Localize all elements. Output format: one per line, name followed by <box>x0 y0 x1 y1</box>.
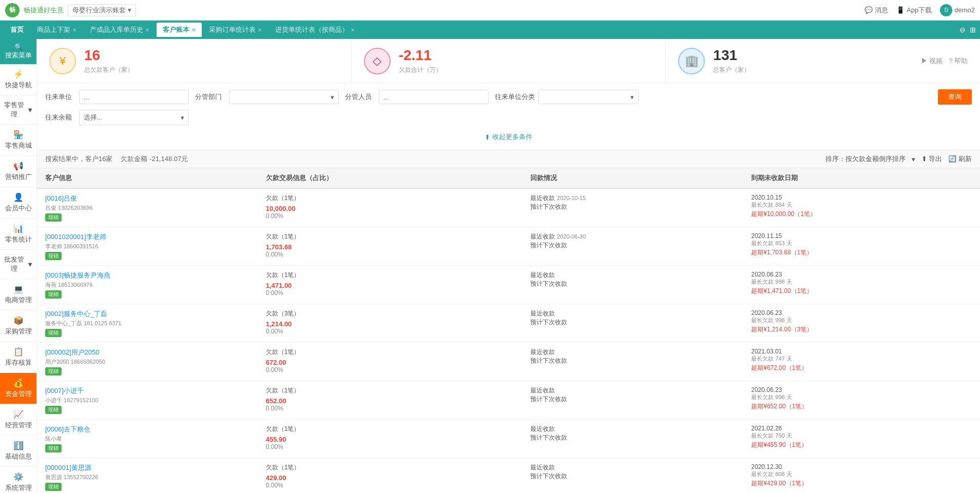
filter-dept-dropdown[interactable]: ▾ <box>229 90 339 104</box>
customer-name-link[interactable]: [0016]吕俊 <box>45 194 77 202</box>
sidebar-item-business-mgmt[interactable]: 📈 经营管理 <box>0 404 36 436</box>
debt-cell: 欠款（1笔） 652.00 0.00% <box>266 386 531 412</box>
sidebar-item-inventory[interactable]: 📋 库存核算 <box>0 342 36 373</box>
help-btn[interactable]: ? 帮助 <box>949 56 968 66</box>
help-icon: ? <box>949 57 952 65</box>
refresh-btn[interactable]: 🔄 刷新 <box>948 154 972 164</box>
customer-name-link[interactable]: [0003]畅捷服务尹海燕 <box>45 271 110 279</box>
tab-maximize-icon[interactable]: ⊞ <box>970 26 976 34</box>
collection-next: 预计下次收款 <box>530 318 751 327</box>
overdue-link[interactable]: 超期¥429.00（1笔） <box>751 480 808 487</box>
tab-purchase-stats[interactable]: 采购订单统计表 ✕ <box>203 23 268 37</box>
last-payment-date: 2020-10-15 <box>557 195 586 201</box>
overdue-link[interactable]: 超期¥672.00（1笔） <box>751 364 808 371</box>
overdue-link[interactable]: 超期¥10,000.00（1笔） <box>751 210 816 218</box>
video-btn[interactable]: ▶ 视频 <box>921 56 943 66</box>
tab-close-3[interactable]: ✕ <box>191 27 196 33</box>
filter-manager-input[interactable]: ... <box>379 90 489 104</box>
tab-close-5[interactable]: ✕ <box>351 27 355 33</box>
customer-info-cell: [0001020001]李老师 李老师 18600391516 现销 <box>45 232 266 260</box>
collection-next: 预计下次收款 <box>530 241 751 250</box>
tab-customer-account[interactable]: 客户账本 ✕ <box>157 23 202 37</box>
filter-balance-label: 往来余额 <box>45 113 76 122</box>
sidebar-item-member-center[interactable]: 👤 会员中心 <box>0 187 36 219</box>
customer-info-cell: [0007]小进千 小进千 18279152100 现销 <box>45 386 266 414</box>
overdue-link[interactable]: 超期¥652.00（1笔） <box>751 403 808 410</box>
collection-next: 预计下次收款 <box>530 357 751 365</box>
sidebar-item-retail-mgmt[interactable]: 零售管理 ▼ <box>0 95 36 125</box>
debt-cell: 欠款（1笔） 1,471.00 0.00% <box>266 271 531 297</box>
sidebar: 🔍 搜索菜单 ⚡ 快捷导航 零售管理 ▼ 🏪 零售商城 📢 营销推广 👤 会员中… <box>0 39 37 493</box>
stat-card-debt-total: ◇ -2.11 欠款合计（万） <box>352 39 666 83</box>
quick-nav-icon: ⚡ <box>13 69 24 79</box>
stat-card-total-customers: 🏢 131 总客户（家） ▶ 视频 ? 帮助 <box>666 39 980 83</box>
app-download-btn[interactable]: 📱 App下载 <box>896 6 932 15</box>
tab-stock-history[interactable]: 产成品入库单历史 ✕ <box>84 23 156 37</box>
customer-name-link[interactable]: [0006]去下粮仓 <box>45 425 90 433</box>
export-btn[interactable]: ⬆ 导出 <box>921 154 943 164</box>
customer-name-link[interactable]: [0001020001]李老师 <box>45 233 106 241</box>
top-right-area: 💬 消息 📱 App下载 D demo2 <box>864 4 975 16</box>
business-icon: 📈 <box>13 409 24 419</box>
content-area: ¥ 16 总欠款客户（家） ◇ -2.11 欠款合计（万） 🏢 131 总客户（… <box>37 39 980 493</box>
collapse-icon: ⬆ <box>485 133 490 141</box>
tab-close-4[interactable]: ✕ <box>258 27 262 33</box>
username: demo2 <box>954 6 975 14</box>
data-table: 客户信息 欠款交易信息（占比） 回款情况 到期未收款日期 [0016]吕俊 吕俊… <box>37 168 980 493</box>
overdue-link[interactable]: 超期¥1,703.68（1笔） <box>751 249 813 256</box>
sidebar-item-finance[interactable]: 💰 资金管理 <box>0 373 36 404</box>
overdue-link[interactable]: 超期¥1,214.00（3笔） <box>751 326 813 333</box>
filter-source-unit-input[interactable]: ... <box>79 90 189 104</box>
customer-name-link[interactable]: [0002]服务中心_丁磊 <box>45 310 107 318</box>
message-btn[interactable]: 💬 消息 <box>864 6 888 15</box>
tab-home[interactable]: 首页 <box>4 23 30 37</box>
tab-close-1[interactable]: ✕ <box>72 27 76 33</box>
debt-percent: 0.00% <box>266 251 531 258</box>
tab-product-listing[interactable]: 商品上下架 ✕ <box>31 23 83 37</box>
collapse-btn[interactable]: ⬆ 收起更多条件 <box>483 130 534 144</box>
sidebar-search[interactable]: 🔍 搜索菜单 <box>0 39 36 64</box>
customer-name-link[interactable]: [000002]用户2050 <box>45 348 100 356</box>
sidebar-item-purchase-mgmt[interactable]: 📦 采购管理 <box>0 310 36 342</box>
customer-id: [0006]去下粮仓 <box>45 425 266 434</box>
tab-purchase-product-stats[interactable]: 进货单统计表（按商品） ✕ <box>269 23 361 37</box>
sidebar-item-retail-stats[interactable]: 📊 零售统计 <box>0 219 36 250</box>
debt-amount: 672.00 <box>266 359 531 366</box>
debt-count: 欠款（1笔） <box>266 386 531 395</box>
sidebar-item-basic-info[interactable]: ℹ️ 基础信息 <box>0 436 36 467</box>
customer-tag: 现销 <box>45 444 62 452</box>
customer-phone: 陈小希 <box>45 435 266 443</box>
sidebar-item-retail-mall[interactable]: 🏪 零售商城 <box>0 125 36 156</box>
sidebar-item-quick-nav[interactable]: ⚡ 快捷导航 <box>0 64 36 95</box>
tab-minimize-icon[interactable]: ⊖ <box>959 26 966 34</box>
overdue-days: 最长欠款 884 天 <box>751 201 972 209</box>
collection-last: 最近收款 <box>530 463 751 472</box>
stat-debt-value: -2.11 <box>399 47 442 64</box>
table-row: [0001020001]李老师 李老师 18600391516 现销 欠款（1笔… <box>37 227 980 266</box>
tab-close-2[interactable]: ✕ <box>145 27 149 33</box>
sidebar-wholesale-mgmt-label: 批发管理 <box>3 255 25 273</box>
sidebar-item-marketing[interactable]: 📢 营销推广 <box>0 156 36 187</box>
stat-debtor-label: 总欠款客户（家） <box>84 66 133 74</box>
collection-cell: 最近收款 预计下次收款 <box>530 271 751 288</box>
company-selector[interactable]: 母婴行业演示账套 ▾ <box>68 4 136 16</box>
sidebar-item-ecommerce[interactable]: 💻 电商管理 <box>0 279 36 310</box>
filter-balance-dropdown[interactable]: 选择... ▾ <box>79 110 189 125</box>
stat-customers-info: 131 总客户（家） <box>713 47 750 74</box>
logo-area: 畅 畅捷通好生意 母婴行业演示账套 ▾ <box>5 3 136 17</box>
customer-name-link[interactable]: [0007]小进千 <box>45 387 84 395</box>
customer-tag: 现销 <box>45 290 62 299</box>
customer-name-link[interactable]: [000001]黄思源 <box>45 464 91 471</box>
sidebar-item-system-mgmt[interactable]: ⚙️ 系统管理 <box>0 467 36 493</box>
message-icon: 💬 <box>864 6 873 14</box>
debt-amount: 652.00 <box>266 397 531 405</box>
stat-debt-info: -2.11 欠款合计（万） <box>399 47 442 74</box>
user-area[interactable]: D demo2 <box>940 4 975 16</box>
overdue-link[interactable]: 超期¥1,471.00（1笔） <box>751 287 813 294</box>
customer-id: [0016]吕俊 <box>45 194 266 203</box>
search-button[interactable]: 查询 <box>938 89 972 105</box>
sidebar-purchase-label: 采购管理 <box>5 327 32 336</box>
overdue-link[interactable]: 超期¥455.90（1笔） <box>751 441 808 448</box>
filter-unit-category-dropdown[interactable]: ▾ <box>538 90 639 104</box>
sidebar-item-wholesale-mgmt[interactable]: 批发管理 ▼ <box>0 250 36 279</box>
